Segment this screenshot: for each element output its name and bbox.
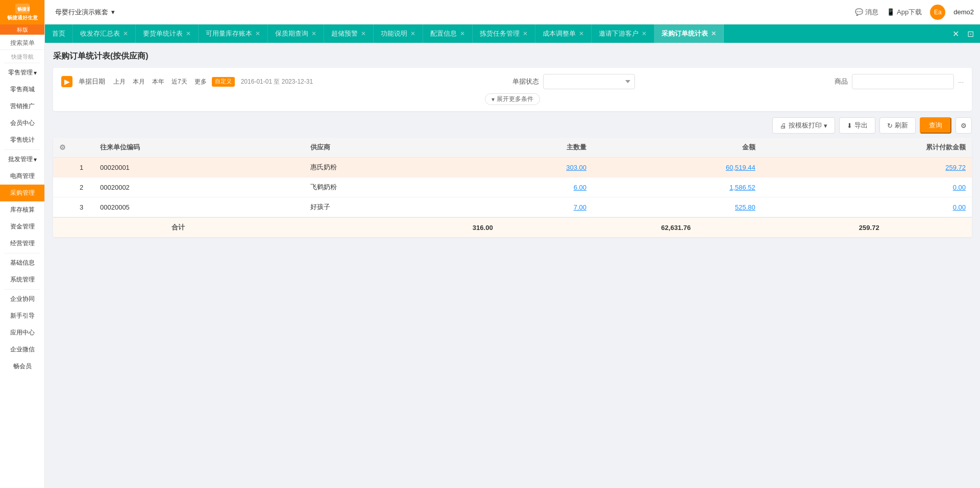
sidebar-divider-3 — [4, 253, 40, 253]
table-header-row: ⚙ 往来单位编码 供应商 主数量 金额 — [53, 138, 972, 158]
status-select[interactable] — [543, 74, 635, 89]
table-settings-icon[interactable]: ⚙ — [59, 143, 66, 151]
status-label: 单据状态 — [512, 77, 539, 86]
expand-more-button[interactable]: ▾ 展开更多条件 — [485, 93, 540, 105]
tab-cost-adjust[interactable]: 成本调整单 ✕ — [535, 24, 592, 43]
sidebar-item-operations[interactable]: 经营管理 — [0, 235, 44, 252]
row-amount: 60,519.44 — [593, 158, 762, 177]
sidebar-item-retail[interactable]: 零售管理 ▾ — [0, 64, 44, 81]
row-supplier: 好孩子 — [304, 197, 461, 217]
sidebar-item-retail-stats[interactable]: 零售统计 — [0, 132, 44, 148]
sidebar-item-ecommerce[interactable]: 电商管理 — [0, 168, 44, 185]
row-code: 00020005 — [94, 197, 304, 217]
user-avatar[interactable]: Ea — [930, 5, 945, 20]
top-bar-right: 💬 消息 📱 App下载 Ea demo2 — [855, 5, 974, 20]
user-name[interactable]: demo2 — [953, 8, 974, 16]
filter-toggle-button[interactable]: ▶ — [61, 76, 72, 87]
sidebar-item-system[interactable]: 系统管理 — [0, 271, 44, 288]
sidebar-divider-1 — [4, 63, 40, 63]
settings-button[interactable]: ⚙ — [955, 117, 972, 134]
table-row: 2 00020002 飞鹤奶粉 6.00 1,586.52 0.00 — [53, 177, 972, 197]
page-title: 采购订单统计表(按供应商) — [53, 51, 972, 62]
sidebar-search[interactable]: 搜索菜单 — [0, 35, 44, 50]
goods-more-icon[interactable]: ··· — [958, 78, 964, 86]
tab-purchase-stats[interactable]: 采购订单统计表 ✕ — [654, 24, 724, 43]
app-download-button[interactable]: 📱 App下载 — [887, 8, 922, 17]
tab-close-function-desc[interactable]: ✕ — [410, 30, 415, 37]
tab-expiry-query[interactable]: 保质期查询 ✕ — [268, 24, 324, 43]
tab-inventory-ledger[interactable]: 可用量库存账本 ✕ — [199, 24, 268, 43]
sidebar-item-marketing[interactable]: 营销推广 — [0, 98, 44, 115]
tab-close-expiry-query[interactable]: ✕ — [311, 30, 316, 37]
tab-close-receive-pay[interactable]: ✕ — [123, 30, 128, 37]
col-header-paid: 累计付款金额 — [762, 138, 972, 158]
print-icon: 🖨 — [780, 122, 787, 130]
message-icon: 💬 — [855, 8, 863, 16]
table-row: 1 00020001 惠氏奶粉 303.00 60,519.44 259.72 — [53, 158, 972, 177]
sidebar-item-purchase[interactable]: 采购管理 — [0, 185, 44, 201]
sidebar-item-vip[interactable]: 畅会员 — [0, 358, 44, 375]
row-paid: 259.72 — [762, 158, 972, 177]
main-wrapper: 母婴行业演示账套 ▾ 💬 消息 📱 App下载 Ea demo2 首页 收发存汇… — [45, 0, 980, 488]
tab-restore-button[interactable]: ⊡ — [965, 28, 976, 40]
tab-overstock-warning[interactable]: 超储预警 ✕ — [324, 24, 374, 43]
sidebar-item-membership[interactable]: 会员中心 — [0, 115, 44, 132]
sidebar-item-enterprise-collab[interactable]: 企业协同 — [0, 291, 44, 307]
row-qty: 6.00 — [461, 177, 593, 197]
refresh-button[interactable]: ↻ 刷新 — [879, 117, 916, 134]
date-shortcut-7days[interactable]: 近7天 — [169, 77, 189, 87]
sidebar-shortcut-label: 快捷导航 — [0, 50, 44, 62]
tab-bar-end: ✕ ⊡ — [946, 24, 980, 43]
row-supplier: 飞鹤奶粉 — [304, 177, 461, 197]
tab-invite-customer[interactable]: 邀请下游客户 ✕ — [592, 24, 654, 43]
tab-close-inventory-ledger[interactable]: ✕ — [255, 30, 260, 37]
tab-close-config-info[interactable]: ✕ — [460, 30, 465, 37]
tab-close-purchase-stats[interactable]: ✕ — [711, 30, 716, 37]
tab-close-invite-customer[interactable]: ✕ — [642, 30, 647, 37]
chevron-down-icon-print: ▾ — [824, 122, 827, 130]
workspace-name: 母婴行业演示账套 — [55, 8, 108, 17]
row-paid: 0.00 — [762, 197, 972, 217]
tab-close-cost-adjust[interactable]: ✕ — [579, 30, 584, 37]
date-shortcut-this-year[interactable]: 本年 — [150, 77, 166, 87]
tab-order-stats[interactable]: 要货单统计表 ✕ — [136, 24, 199, 43]
sidebar-item-finance[interactable]: 资金管理 — [0, 218, 44, 235]
tab-home[interactable]: 首页 — [45, 24, 73, 43]
message-button[interactable]: 💬 消息 — [855, 8, 878, 17]
row-paid: 0.00 — [762, 177, 972, 197]
export-button[interactable]: ⬇ 导出 — [839, 117, 875, 134]
date-shortcut-last-month[interactable]: 上月 — [111, 77, 128, 87]
sidebar-item-retail-shop[interactable]: 零售商城 — [0, 81, 44, 98]
row-code: 00020002 — [94, 177, 304, 197]
tab-close-all-button[interactable]: ✕ — [950, 28, 961, 40]
filter-row-main: ▶ 单据日期 上月 本月 本年 近7天 更多 自定义 2016-01-01 至 … — [61, 74, 964, 89]
date-shortcut-more[interactable]: 更多 — [192, 77, 209, 87]
tab-picking-task[interactable]: 拣货任务管理 ✕ — [473, 24, 535, 43]
sidebar-item-enterprise-wechat[interactable]: 企业微信 — [0, 341, 44, 358]
query-button[interactable]: 查询 — [920, 117, 951, 134]
goods-input[interactable] — [852, 74, 954, 89]
tab-function-desc[interactable]: 功能说明 ✕ — [374, 24, 423, 43]
row-index: 1 — [74, 158, 94, 177]
action-bar: 🖨 按模板打印 ▾ ⬇ 导出 ↻ 刷新 查询 ⚙ — [53, 117, 972, 134]
export-icon: ⬇ — [847, 122, 852, 130]
sidebar-item-wholesale[interactable]: 批发管理 ▾ — [0, 151, 44, 168]
date-custom-badge[interactable]: 自定义 — [212, 77, 235, 87]
tab-close-overstock-warning[interactable]: ✕ — [361, 30, 366, 37]
tab-close-order-stats[interactable]: ✕ — [186, 30, 191, 37]
tab-config-info[interactable]: 配置信息 ✕ — [423, 24, 473, 43]
date-shortcut-this-month[interactable]: 本月 — [131, 77, 147, 87]
chevron-down-icon: ▾ — [34, 69, 37, 76]
sidebar-item-app-center[interactable]: 应用中心 — [0, 324, 44, 341]
goods-label: 商品 — [835, 77, 848, 86]
tab-close-picking-task[interactable]: ✕ — [523, 30, 528, 37]
sidebar-item-inventory[interactable]: 库存核算 — [0, 201, 44, 218]
row-supplier: 惠氏奶粉 — [304, 158, 461, 177]
print-button[interactable]: 🖨 按模板打印 ▾ — [772, 117, 835, 134]
sidebar-item-new-guide[interactable]: 新手引导 — [0, 307, 44, 324]
sidebar-item-basic-info[interactable]: 基础信息 — [0, 254, 44, 271]
sidebar-divider-4 — [4, 289, 40, 290]
workspace-selector[interactable]: 母婴行业演示账套 ▾ — [51, 6, 119, 19]
tab-receive-pay[interactable]: 收发存汇总表 ✕ — [73, 24, 136, 43]
sidebar-divider-2 — [4, 149, 40, 150]
